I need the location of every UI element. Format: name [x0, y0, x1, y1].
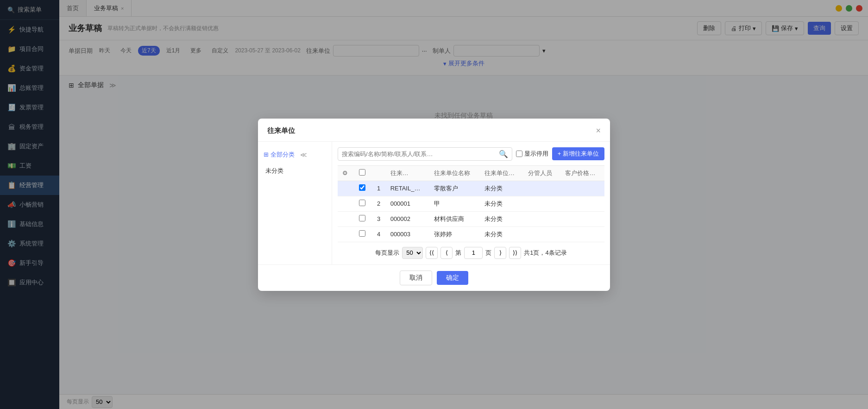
add-partner-button[interactable]: + 新增往来单位	[552, 147, 604, 160]
row-code: 000003	[386, 227, 429, 242]
col-num	[371, 165, 385, 181]
row-code: 000001	[386, 196, 429, 211]
row-salesperson	[523, 181, 560, 196]
row-name: 零散客户	[429, 181, 480, 196]
show-disabled-label[interactable]: 显示停用	[516, 150, 548, 158]
grid-icon: ⊞	[264, 151, 269, 158]
tree-header-label: 全部分类	[270, 151, 295, 159]
table-row[interactable]: 4 000003 张婷婷 未分类	[338, 227, 604, 242]
per-page-select[interactable]: 50	[402, 247, 423, 259]
dialog-title: 往来单位	[267, 126, 295, 135]
per-page-label: 每页显示	[375, 249, 399, 257]
row-category: 未分类	[480, 227, 524, 242]
row-salesperson	[523, 211, 560, 227]
pagination: 每页显示 50 ⟨⟨ ⟨ 第 页 ⟩ ⟩⟩ 共1页，4条记录	[338, 242, 604, 259]
dialog-footer: 取消 确定	[258, 264, 610, 291]
row-num: 1	[371, 181, 385, 196]
table-row[interactable]: 3 000002 材料供应商 未分类	[338, 211, 604, 227]
page-input[interactable]	[464, 247, 483, 259]
prev-page-button[interactable]: ⟨	[440, 247, 453, 259]
row-name: 张婷婷	[429, 227, 480, 242]
col-settings: ⚙	[338, 165, 354, 181]
row-name: 材料供应商	[429, 211, 480, 227]
tree-header: ⊞ 全部分类 ≪	[258, 147, 332, 164]
row-salesperson	[523, 227, 560, 242]
row-settings	[338, 196, 354, 211]
show-disabled-checkbox[interactable]	[516, 151, 522, 157]
row-settings	[338, 227, 354, 242]
row-salesperson	[523, 196, 560, 211]
row-num: 4	[371, 227, 385, 242]
table-panel: 🔍 显示停用 + 新增往来单位 ⚙ 往来	[332, 142, 610, 264]
page-suffix-label: 页	[485, 249, 491, 257]
partner-dialog: 往来单位 × ⊞ 全部分类 ≪ 未分类 🔍 显示停用	[258, 119, 610, 291]
row-name: 甲	[429, 196, 480, 211]
row-price-level	[560, 196, 604, 211]
row-check[interactable]	[354, 211, 372, 227]
row-price-level	[560, 181, 604, 196]
search-icon: 🔍	[499, 150, 508, 158]
row-check[interactable]	[354, 227, 372, 242]
row-code: RETAIL_…	[386, 181, 429, 196]
tree-panel: ⊞ 全部分类 ≪ 未分类	[258, 142, 332, 264]
last-page-button[interactable]: ⟩⟩	[509, 247, 521, 259]
select-all-checkbox[interactable]	[359, 169, 365, 176]
row-num: 2	[371, 196, 385, 211]
dialog-header: 往来单位 ×	[258, 119, 610, 142]
row-category: 未分类	[480, 196, 524, 211]
dialog-close-button[interactable]: ×	[596, 126, 601, 136]
row-settings	[338, 181, 354, 196]
table-scroll: ⚙ 往来… 往来单位名称 往来单位…	[338, 165, 604, 242]
tree-collapse-button[interactable]: ≪	[296, 149, 311, 160]
col-price-level: 客户价格…	[560, 165, 604, 181]
tree-item-label: 未分类	[265, 167, 283, 174]
row-code: 000002	[386, 211, 429, 227]
row-check[interactable]	[354, 181, 372, 196]
row-settings	[338, 211, 354, 227]
cancel-button[interactable]: 取消	[400, 271, 432, 285]
next-page-button[interactable]: ⟩	[494, 247, 506, 259]
table-body: 1 RETAIL_… 零散客户 未分类 2 000001 甲 未分类 3 000…	[338, 181, 604, 242]
col-name: 往来单位名称	[429, 165, 480, 181]
search-bar: 🔍 显示停用 + 新增往来单位	[338, 147, 604, 161]
partner-table: ⚙ 往来… 往来单位名称 往来单位…	[338, 165, 604, 242]
col-check	[354, 165, 372, 181]
first-page-button[interactable]: ⟨⟨	[426, 247, 438, 259]
row-num: 3	[371, 211, 385, 227]
dialog-body: ⊞ 全部分类 ≪ 未分类 🔍 显示停用 + 新增往来单位	[258, 142, 610, 264]
table-row[interactable]: 2 000001 甲 未分类	[338, 196, 604, 211]
row-category: 未分类	[480, 181, 524, 196]
table-row[interactable]: 1 RETAIL_… 零散客户 未分类	[338, 181, 604, 196]
row-price-level	[560, 211, 604, 227]
search-input-wrap: 🔍	[338, 147, 512, 161]
confirm-button[interactable]: 确定	[437, 271, 468, 285]
row-price-level	[560, 227, 604, 242]
page-label: 第	[455, 249, 461, 257]
search-input[interactable]	[342, 151, 497, 157]
tree-item-uncategorized[interactable]: 未分类	[258, 164, 332, 178]
col-category: 往来单位…	[480, 165, 524, 181]
row-category: 未分类	[480, 211, 524, 227]
total-label: 共1页，4条记录	[524, 249, 566, 257]
row-check[interactable]	[354, 196, 372, 211]
table-header-row: ⚙ 往来… 往来单位名称 往来单位…	[338, 165, 604, 181]
col-salesperson: 分管人员	[523, 165, 560, 181]
col-code: 往来…	[386, 165, 429, 181]
